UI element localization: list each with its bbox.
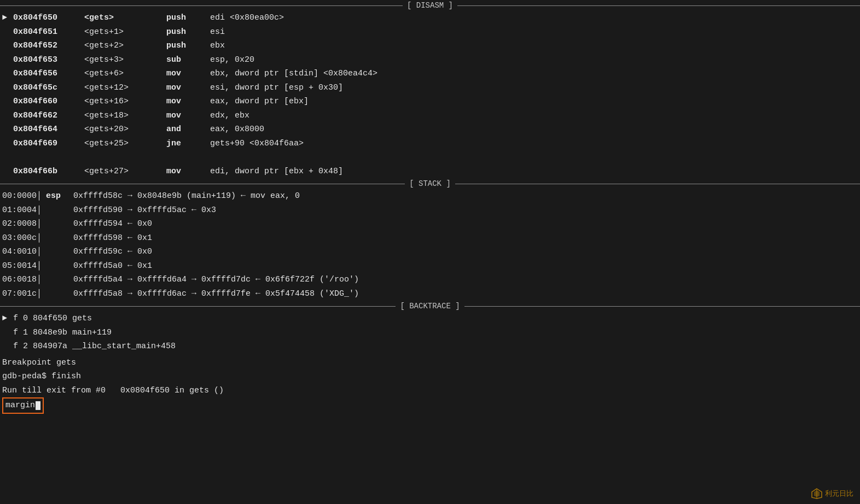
stack-content: 0xffffd59c ← 0x0: [73, 245, 858, 259]
backtrace-header: [ BACKTRACE ]: [0, 301, 860, 312]
disasm-section: [ DISASM ] ►0x804f650 <gets> pushedi <0x…: [0, 0, 860, 178]
stack-row: 06:0018│ 0xffffd5a4 → 0xffffd6a4 → 0xfff…: [2, 273, 858, 287]
disasm-mnemonic: push: [166, 11, 210, 25]
stack-row: 07:001c│ 0xffffd5a8 → 0xffffd6ac → 0xfff…: [2, 287, 858, 301]
disasm-row: 0x804f656 <gets+6> movebx, dword ptr [st…: [2, 67, 858, 81]
backtrace-row: ►f 0 804f650 gets: [2, 312, 858, 326]
disasm-empty-row: [2, 150, 858, 165]
stack-index: 06:0018│: [2, 273, 46, 287]
backtrace-header-line-left: [0, 306, 396, 307]
stack-section: [ STACK ] 00:0000│esp 0xffffd58c → 0x804…: [0, 178, 860, 301]
disasm-operands: eax, 0x8000: [210, 122, 858, 137]
disasm-row: 0x804f653 <gets+3> subesp, 0x20: [2, 53, 858, 67]
stack-content: 0xffffd5a4 → 0xffffd6a4 → 0xffffd7dc ← 0…: [73, 273, 858, 287]
stack-row: 03:000c│ 0xffffd598 ← 0x1: [2, 231, 858, 245]
disasm-operands: ebx: [210, 39, 858, 53]
stack-index: 07:001c│: [2, 287, 46, 301]
backtrace-row: f 1 8048e9b main+119: [2, 326, 858, 340]
input-text: margin: [5, 398, 35, 413]
disasm-mnemonic: mov: [166, 81, 210, 95]
disasm-header-line-right: [457, 5, 860, 6]
disasm-row: 0x804f664 <gets+20> andeax, 0x8000: [2, 122, 858, 137]
disasm-func: <gets+20>: [84, 122, 166, 137]
disasm-address: 0x804f653: [13, 53, 84, 67]
disasm-operands: ebx, dword ptr [stdin] <0x80ea4c4>: [210, 67, 858, 81]
disasm-operands: gets+90 <0x804f6aa>: [210, 137, 858, 151]
disasm-mnemonic: sub: [166, 53, 210, 67]
disasm-func: <gets>: [84, 11, 166, 25]
disasm-func: <gets+2>: [84, 39, 166, 53]
stack-row: 02:0008│ 0xffffd594 ← 0x0: [2, 217, 858, 231]
disasm-mnemonic: push: [166, 25, 210, 39]
stack-content: 0xffffd58c → 0x8048e9b (main+119) ← mov …: [73, 189, 858, 203]
backtrace-section: [ BACKTRACE ] ►f 0 804f650 gets f 1 8048…: [0, 301, 860, 354]
disasm-func: <gets+3>: [84, 53, 166, 67]
stack-row: 00:0000│esp 0xffffd58c → 0x8048e9b (main…: [2, 189, 858, 203]
bt-content: f 1 8048e9b main+119: [13, 326, 858, 340]
disasm-address: 0x804f652: [13, 39, 84, 53]
disasm-address: 0x804f650: [13, 11, 84, 25]
stack-content: 0xffffd594 ← 0x0: [73, 217, 858, 231]
disasm-operands: eax, dword ptr [ebx]: [210, 95, 858, 109]
backtrace-header-title: [ BACKTRACE ]: [396, 302, 464, 310]
command-input[interactable]: margin: [2, 397, 44, 414]
stack-register: esp: [46, 189, 73, 203]
stack-header: [ STACK ]: [0, 178, 860, 189]
stack-header-title: [ STACK ]: [405, 179, 455, 188]
watermark-text: 利元日比: [825, 489, 853, 499]
bt-content: f 0 804f650 gets: [13, 312, 858, 326]
disasm-header: [ DISASM ]: [0, 0, 860, 11]
stack-header-line-left: [0, 184, 405, 184]
cursor: [36, 401, 40, 410]
disasm-func: <gets+12>: [84, 81, 166, 95]
stack-content: 0xffffd590 → 0xffffd5ac ← 0x3: [73, 203, 858, 218]
disasm-mnemonic: jne: [166, 137, 210, 151]
stack-row: 05:0014│ 0xffffd5a0 ← 0x1: [2, 259, 858, 273]
disasm-address: 0x804f662: [13, 109, 84, 123]
disasm-mnemonic: mov: [166, 165, 210, 179]
disasm-operands: edi <0x80ea00c>: [210, 11, 858, 25]
disasm-arrow: ►: [2, 11, 13, 25]
disasm-address: 0x804f660: [13, 95, 84, 109]
stack-header-line-right: [455, 184, 860, 184]
disasm-table: ►0x804f650 <gets> pushedi <0x80ea00c> 0x…: [0, 11, 860, 178]
stack-content: 0xffffd5a8 → 0xffffd6ac → 0xffffd7fe ← 0…: [73, 287, 858, 301]
disasm-operands: esi: [210, 25, 858, 39]
disasm-address: 0x804f66b: [13, 165, 84, 179]
stack-index: 03:000c│: [2, 231, 46, 245]
disasm-func: <gets+18>: [84, 109, 166, 123]
prompt-line: margin: [2, 397, 858, 414]
stack-row: 04:0010│ 0xffffd59c ← 0x0: [2, 245, 858, 259]
command-line: Breakpoint gets: [2, 356, 858, 370]
stack-content: 0xffffd598 ← 0x1: [73, 231, 858, 245]
command-line: gdb-peda$ finish: [2, 370, 858, 384]
bt-arrow: ►: [2, 312, 13, 326]
backtrace-row: f 2 804907a __libc_start_main+458: [2, 339, 858, 354]
disasm-row: 0x804f652 <gets+2> pushebx: [2, 39, 858, 53]
disasm-func: <gets+27>: [84, 165, 166, 179]
stack-content: 0xffffd5a0 ← 0x1: [73, 259, 858, 273]
command-line: Run till exit from #0 0x0804f650 in gets…: [2, 384, 858, 398]
disasm-mnemonic: push: [166, 39, 210, 53]
disasm-row: 0x804f669 <gets+25> jnegets+90 <0x804f6a…: [2, 137, 858, 151]
disasm-row: 0x804f65c <gets+12> movesi, dword ptr [e…: [2, 81, 858, 95]
disasm-func: <gets+25>: [84, 137, 166, 151]
disasm-func: <gets+1>: [84, 25, 166, 39]
backtrace-table: ►f 0 804f650 gets f 1 8048e9b main+119 f…: [0, 312, 860, 354]
disasm-row: ►0x804f650 <gets> pushedi <0x80ea00c>: [2, 11, 858, 25]
disasm-operands: esi, dword ptr [esp + 0x30]: [210, 81, 858, 95]
disasm-mnemonic: mov: [166, 67, 210, 81]
stack-table: 00:0000│esp 0xffffd58c → 0x8048e9b (main…: [0, 189, 860, 301]
command-section: Breakpoint getsgdb-peda$ finishRun till …: [0, 354, 860, 505]
watermark: 利元日比: [811, 488, 853, 500]
disasm-mnemonic: and: [166, 122, 210, 137]
stack-index: 01:0004│: [2, 203, 46, 218]
disasm-row: 0x804f660 <gets+16> moveax, dword ptr [e…: [2, 95, 858, 109]
disasm-row: 0x804f662 <gets+18> movedx, ebx: [2, 109, 858, 123]
stack-index: 05:0014│: [2, 259, 46, 273]
bt-content: f 2 804907a __libc_start_main+458: [13, 339, 858, 354]
disasm-row: 0x804f651 <gets+1> pushesi: [2, 25, 858, 39]
disasm-mnemonic: mov: [166, 95, 210, 109]
terminal-window: [ DISASM ] ►0x804f650 <gets> pushedi <0x…: [0, 0, 860, 504]
disasm-operands: edi, dword ptr [ebx + 0x48]: [210, 165, 858, 179]
